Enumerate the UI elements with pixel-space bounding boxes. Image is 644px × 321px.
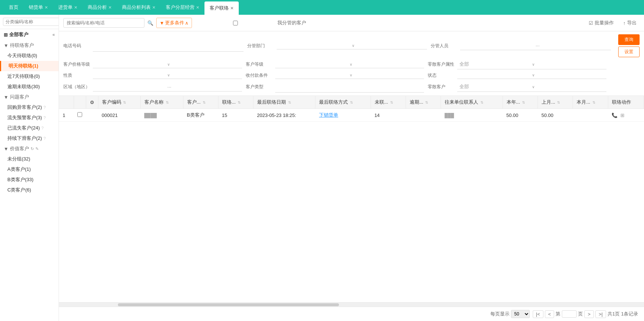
batch-operation-button[interactable]: ☑ 批量操作 bbox=[586, 18, 617, 28]
sidebar-item-today-contact[interactable]: 今天待联络(0) bbox=[0, 51, 59, 61]
filter-row-3: 性质 ∨ 收付款条件 ∨ 状态 bbox=[63, 72, 640, 79]
sidebar-item-class-b[interactable]: B类客户(33) bbox=[0, 175, 59, 185]
customer-type-input[interactable] bbox=[277, 83, 422, 91]
close-customer-contact-icon[interactable]: ✕ bbox=[230, 6, 234, 11]
filter-status: 状态 ∨ bbox=[428, 72, 606, 79]
dept-down-icon[interactable]: ∨ bbox=[352, 44, 425, 48]
close-customer-segment-icon[interactable]: ✕ bbox=[196, 5, 199, 10]
nav-sales-order[interactable]: 销货单 ✕ bbox=[24, 0, 53, 15]
my-customers-checkbox-label[interactable]: 我分管的客户 bbox=[195, 20, 306, 26]
sort-this-month-icon[interactable]: ⇅ bbox=[592, 100, 595, 104]
filter-panel: 电话号码 分管部门 ∨ 分管人员 ··· bbox=[59, 31, 644, 96]
cell-last-month: 50.00 bbox=[538, 109, 573, 122]
col-this-year: 本年... ⇅ bbox=[503, 96, 538, 109]
nav-purchase-order[interactable]: 进货单 ✕ bbox=[53, 0, 83, 15]
search-icon[interactable]: 🔍 bbox=[147, 20, 153, 26]
filter-customer-type: 客户类型 bbox=[246, 81, 424, 93]
retail-customer-down-icon[interactable]: ∨ bbox=[532, 85, 604, 89]
retail-attr-value: 全部 bbox=[459, 61, 532, 68]
settings-button[interactable]: 设置 bbox=[618, 46, 640, 57]
value-customers-group-title[interactable]: ▼ 价值客户 ↻ ✎ bbox=[0, 144, 59, 154]
sidebar-item-tomorrow-contact[interactable]: 明天待联络(1) bbox=[0, 61, 59, 71]
payment-down-icon[interactable]: ∨ bbox=[350, 73, 422, 77]
last-page-button[interactable]: >| bbox=[595, 310, 606, 318]
phone-action-icon[interactable]: 📞 bbox=[612, 113, 617, 118]
retail-attr-down-icon[interactable]: ∨ bbox=[532, 62, 604, 66]
page-number-input[interactable]: 1 bbox=[562, 310, 577, 318]
sort-name-icon[interactable]: ⇅ bbox=[166, 100, 169, 104]
region-dots-icon[interactable]: ··· bbox=[167, 84, 239, 90]
col-last-date: 最后联络日期 ⇅ bbox=[253, 96, 315, 109]
cell-type: B类客户 bbox=[183, 109, 218, 122]
col-unit-contact: 往来单位联系人 ⇅ bbox=[441, 96, 503, 109]
sort-contacts-icon[interactable]: ⇅ bbox=[238, 100, 241, 104]
sort-code-icon[interactable]: ⇅ bbox=[123, 100, 126, 104]
cell-actions: 📞 ⊞ bbox=[608, 109, 644, 122]
toolbar: 🔍 ▼ 更多条件 ∧ 我分管的客户 ☑ 批量操作 ↑ 导出 bbox=[59, 15, 644, 31]
help-icon-4[interactable]: ? bbox=[43, 136, 46, 141]
horizontal-scrollbar[interactable] bbox=[59, 302, 644, 307]
sort-last-month-icon[interactable]: ⇅ bbox=[557, 100, 560, 104]
table-row: 1 000021 ████ B类客户 15 2023-05-23 18:25: bbox=[59, 109, 644, 122]
cell-checkbox bbox=[74, 109, 86, 122]
nav-customer-segment[interactable]: 客户分层经营 ✕ bbox=[161, 0, 204, 15]
nav-product-analysis-list[interactable]: 商品分析列表 ✕ bbox=[117, 0, 161, 15]
pending-contact-group-title[interactable]: ▼ 待联络客户 bbox=[0, 40, 59, 51]
last-contact-method-link[interactable]: 下销货单 bbox=[319, 112, 338, 118]
sidebar-item-7days-contact[interactable]: 近7天待联络(0) bbox=[0, 71, 59, 82]
sort-unit-contact-icon[interactable]: ⇅ bbox=[480, 100, 483, 104]
sort-this-year-icon[interactable]: ⇅ bbox=[522, 100, 525, 104]
close-product-analysis-list-icon[interactable]: ✕ bbox=[152, 5, 155, 10]
sidebar-item-declining[interactable]: 持续下滑客户(2) ? bbox=[0, 133, 59, 144]
close-sales-order-icon[interactable]: ✕ bbox=[45, 5, 48, 10]
sidebar-item-ungrouped[interactable]: 未分组(32) bbox=[0, 154, 59, 164]
help-icon-1[interactable]: ? bbox=[43, 105, 46, 110]
phone-input[interactable] bbox=[95, 42, 241, 50]
nav-product-analysis[interactable]: 商品分析 ✕ bbox=[83, 0, 117, 15]
row-checkbox[interactable] bbox=[77, 112, 82, 117]
sort-last-date-icon[interactable]: ⇅ bbox=[288, 100, 291, 104]
status-down-icon[interactable]: ∨ bbox=[532, 73, 604, 77]
nav-home[interactable]: 首页 bbox=[4, 0, 24, 15]
close-product-analysis-icon[interactable]: ✕ bbox=[108, 5, 112, 10]
customer-grade-down-icon[interactable]: ∨ bbox=[350, 62, 422, 66]
total-records-label: 共1页 1条记录 bbox=[608, 311, 638, 317]
help-icon-2[interactable]: ? bbox=[43, 115, 46, 120]
sidebar-search-input[interactable] bbox=[3, 18, 59, 26]
table-settings-icon[interactable]: ⚙ bbox=[90, 100, 94, 105]
scrollbar-thumb[interactable] bbox=[118, 303, 339, 306]
col-overdue: 逾期... ⇅ bbox=[406, 96, 441, 109]
sidebar-item-class-a[interactable]: A类客户(1) bbox=[0, 164, 59, 175]
more-action-icon[interactable]: ⊞ bbox=[620, 113, 624, 118]
price-grade-down-icon[interactable]: ∨ bbox=[167, 62, 239, 66]
prev-page-button[interactable]: < bbox=[545, 310, 554, 318]
sort-last-method-icon[interactable]: ⇅ bbox=[350, 100, 353, 104]
problem-customers-group-title[interactable]: ▼ 问题客户 bbox=[0, 92, 59, 102]
my-customers-checkbox[interactable] bbox=[195, 21, 276, 25]
sort-uncontacted-icon[interactable]: ⇅ bbox=[390, 100, 393, 104]
all-customers-header[interactable]: ⊞ 全部客户 « bbox=[0, 29, 59, 40]
first-page-button[interactable]: |< bbox=[533, 310, 543, 318]
export-button[interactable]: ↑ 导出 bbox=[620, 18, 640, 28]
sidebar-item-class-c[interactable]: C类客户(6) bbox=[0, 185, 59, 195]
edit-icon[interactable]: ✎ bbox=[35, 146, 39, 151]
help-icon-3[interactable]: ? bbox=[41, 126, 43, 130]
manager-dots-icon[interactable]: ··· bbox=[536, 43, 609, 48]
sort-overdue-icon[interactable]: ⇅ bbox=[425, 100, 428, 104]
sidebar-item-overdue-contact[interactable]: 逾期未联络(30) bbox=[0, 82, 59, 92]
sidebar-item-churn-warning[interactable]: 流失预警客户(3) ? bbox=[0, 113, 59, 123]
sidebar-item-repurchase-abnormal[interactable]: 回购异常客户(2) ? bbox=[0, 102, 59, 113]
query-button[interactable]: 查询 bbox=[618, 34, 640, 45]
search-input[interactable] bbox=[63, 18, 144, 28]
sort-type-icon[interactable]: ⇅ bbox=[203, 100, 206, 104]
nav-customer-contact[interactable]: 客户联络 ✕ bbox=[204, 1, 239, 15]
nature-down-icon[interactable]: ∨ bbox=[167, 73, 239, 77]
collapse-icon[interactable]: « bbox=[52, 32, 55, 37]
close-purchase-order-icon[interactable]: ✕ bbox=[74, 5, 77, 10]
sidebar-item-churned[interactable]: 已流失客户(24) ? bbox=[0, 123, 59, 133]
filter-phone: 电话号码 bbox=[63, 40, 244, 52]
next-page-button[interactable]: > bbox=[584, 310, 594, 318]
page-size-select[interactable]: 20 50 100 bbox=[511, 310, 530, 318]
refresh-icon[interactable]: ↻ bbox=[31, 146, 34, 151]
more-filter-button[interactable]: ▼ 更多条件 ∧ bbox=[156, 18, 192, 28]
